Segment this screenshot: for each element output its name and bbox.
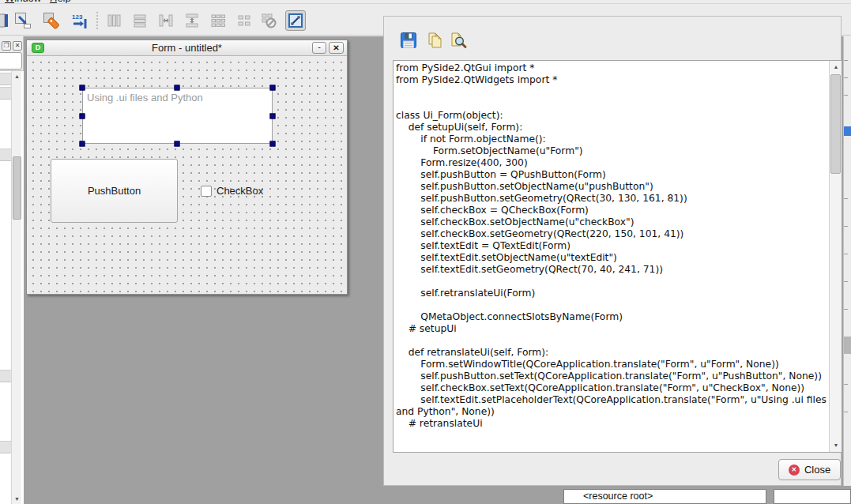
code-line: self.pushButton.setGeometry(QRect(30, 13…: [396, 193, 827, 205]
scrollbar-thumb[interactable]: [13, 156, 21, 220]
code-line: [396, 98, 827, 110]
dock-tick: [844, 60, 848, 61]
code-line: self.pushButton.setText(QCoreApplication…: [396, 370, 827, 382]
scrollbar-thumb[interactable]: [830, 74, 841, 174]
form-subwindow: D Form - untitled* - ✕ Using .ui files a…: [26, 39, 348, 295]
scroll-down-icon[interactable]: ▼: [830, 440, 842, 451]
dock-tick: [844, 281, 848, 282]
widget-category-row[interactable]: [0, 370, 11, 382]
dock-scrollbar-thumb[interactable]: [844, 337, 851, 354]
toolbar-separator: [96, 12, 98, 29]
resource-root-item[interactable]: <resource root>: [563, 489, 766, 504]
selection-handle-top-mid[interactable]: [175, 85, 180, 91]
qt-checkbox-widget[interactable]: CheckBox: [201, 175, 281, 207]
selection-handle-top-left[interactable]: [80, 85, 85, 91]
checkbox-label: CheckBox: [217, 185, 263, 197]
code-line: [396, 335, 827, 347]
dock-tick: [844, 254, 848, 254]
edit-widgets-icon[interactable]: [13, 10, 33, 31]
code-line: self.retranslateUi(Form): [396, 288, 827, 299]
menu-help-mnemonic: [50, 2, 57, 3]
code-line: def setupUi(self, Form):: [396, 122, 827, 134]
close-button-label: Close: [804, 464, 830, 476]
code-line: self.pushButton = QPushButton(Form): [396, 169, 827, 181]
selection-handle-bottom-left[interactable]: [80, 141, 85, 147]
form-window-title: Form - untitled*: [27, 42, 347, 54]
form-titlebar[interactable]: D Form - untitled* - ✕: [27, 40, 347, 56]
code-line: self.textEdit = QTextEdit(Form): [396, 240, 827, 252]
dock-float-icon[interactable]: ❐: [2, 41, 11, 51]
scroll-up-icon[interactable]: ▲: [12, 71, 22, 81]
code-line: Form.setWindowTitle(QCoreApplication.tra…: [396, 359, 827, 370]
widget-filter-input[interactable]: [0, 52, 22, 70]
code-line: # setupUi: [396, 323, 827, 335]
code-line: class Ui_Form(object):: [396, 110, 827, 122]
selection-handle-mid-left[interactable]: [80, 114, 85, 119]
widget-category-row[interactable]: [0, 149, 11, 161]
code-line: # retranslateUi: [396, 418, 827, 430]
code-line: [396, 276, 827, 288]
widget-fragment-icon[interactable]: [0, 10, 11, 31]
scroll-up-icon[interactable]: ▲: [830, 62, 842, 73]
code-line: self.checkBox.setGeometry(QRect(220, 150…: [396, 228, 827, 240]
qt-designer-window: Window Help 123: [0, 0, 851, 504]
adjust-size-icon[interactable]: [285, 10, 306, 31]
edit-tab-order-icon[interactable]: 123: [69, 10, 89, 31]
save-icon[interactable]: [399, 31, 418, 50]
widget-category-row[interactable]: [0, 87, 11, 100]
menu-window-mnemonic: [5, 2, 14, 3]
lay-out-horizontal-splitter-icon: [156, 10, 176, 31]
widget-box-scrollbar[interactable]: ▲ ▼: [11, 71, 21, 504]
dock-tick: [844, 412, 848, 412]
close-button[interactable]: ✕ Close: [778, 459, 841, 480]
dock-tick: [844, 77, 848, 78]
dock-tick: [844, 309, 848, 310]
code-preview-window: from PySide2.QtGui import *from PySide2.…: [383, 16, 842, 486]
code-line: self.checkBox.setText(QCoreApplication.t…: [396, 382, 827, 394]
minimize-button[interactable]: -: [312, 42, 326, 54]
code-line: self.pushButton.setObjectName(u"pushButt…: [396, 181, 827, 193]
code-line: self.textEdit.setObjectName(u"textEdit"): [396, 252, 827, 264]
code-line: self.textEdit.setPlaceholderText(QCoreAp…: [396, 394, 827, 406]
menu-bar: Window Help: [0, 0, 851, 4]
code-line: and Python", None)): [396, 406, 827, 418]
generated-code-text: from PySide2.QtGui import *from PySide2.…: [396, 62, 827, 430]
right-dock-sliver: [843, 36, 851, 486]
widget-category-row[interactable]: [0, 73, 11, 85]
textedit-placeholder: Using .ui files and Python: [87, 92, 203, 103]
find-icon[interactable]: [449, 31, 468, 50]
widget-category-row[interactable]: [0, 441, 11, 453]
code-line: Form.resize(400, 300): [396, 157, 827, 169]
break-layout-icon: [258, 10, 279, 31]
scroll-down-icon[interactable]: ▼: [12, 494, 22, 504]
code-line: if not Form.objectName():: [396, 134, 827, 145]
code-line: from PySide2.QtWidgets import *: [396, 74, 827, 86]
selection-handle-bottom-mid[interactable]: [175, 141, 180, 147]
widget-box-dock: ❐ ✕ ▲ ▼: [0, 36, 24, 504]
close-window-button[interactable]: ✕: [329, 42, 344, 54]
selection-handle-mid-right[interactable]: [270, 114, 276, 119]
code-view[interactable]: from PySide2.QtGui import *from PySide2.…: [393, 60, 842, 453]
dock-tick: [844, 226, 848, 227]
code-line: self.checkBox = QCheckBox(Form): [396, 205, 827, 216]
qt-textedit-widget[interactable]: Using .ui files and Python: [82, 88, 273, 144]
edit-buddies-icon[interactable]: [41, 10, 62, 31]
copy-icon[interactable]: [425, 31, 444, 50]
code-line: self.checkBox.setObjectName(u"checkBox"): [396, 216, 827, 228]
dock-close-icon[interactable]: ✕: [13, 41, 22, 51]
dock-selected-row[interactable]: [844, 126, 851, 136]
qt-pushbutton-widget[interactable]: PushButton: [51, 159, 178, 223]
code-line: [396, 86, 827, 98]
selection-handle-bottom-right[interactable]: [270, 141, 276, 147]
checkbox-indicator[interactable]: [201, 186, 212, 197]
code-line: def retranslateUi(self, Form):: [396, 347, 827, 359]
form-canvas[interactable]: Using .ui files and Python PushButton Ch…: [27, 56, 347, 294]
selection-handle-top-right[interactable]: [270, 85, 276, 91]
lay-out-vertical-splitter-icon: [182, 10, 202, 31]
code-line: QMetaObject.connectSlotsByName(Form): [396, 311, 827, 323]
resource-preview-box[interactable]: [774, 489, 851, 504]
lay-out-vertically-icon: [130, 10, 150, 31]
code-line: from PySide2.QtGui import *: [396, 62, 827, 74]
dock-tick: [844, 95, 848, 96]
code-scrollbar[interactable]: ▲ ▼: [829, 61, 842, 452]
